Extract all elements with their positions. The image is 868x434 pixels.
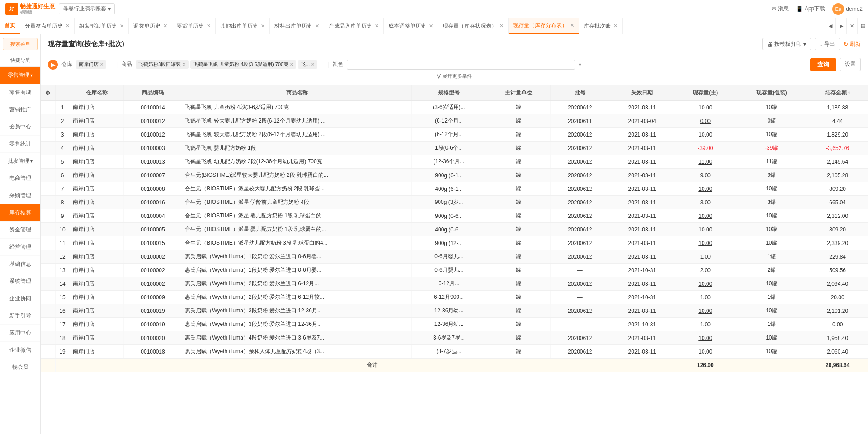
td-expiry: 2021-03-04 — [609, 114, 675, 128]
close-icon[interactable]: ✕ — [120, 23, 124, 29]
sidebar-item-ecom-mgmt[interactable]: 电商管理 — [0, 170, 40, 187]
td-name: 合生元(BIOSTIME)派星较大婴儿配方奶粉 2段 乳球蛋白的... — [182, 169, 412, 182]
tab-prev-arrow[interactable]: ◀ — [825, 18, 835, 34]
sidebar-item-wholesale-mgmt[interactable]: 批发管理 ▾ — [0, 153, 40, 170]
sidebar-item-newcomer-guide[interactable]: 新手引导 — [0, 307, 40, 325]
td-qty-pkg: 2罐 — [736, 264, 807, 277]
sidebar-item-business-mgmt[interactable]: 经营管理 — [0, 239, 40, 256]
logo-name: 畅捷通好生意 — [20, 3, 55, 10]
tab-next-arrow[interactable]: ▶ — [835, 18, 846, 34]
th-qty-pkg: 现存量(包装) — [736, 85, 807, 101]
sidebar-item-inventory-audit[interactable]: 库存核算 — [0, 204, 40, 222]
td-qty-pkg: 9罐 — [736, 169, 807, 182]
query-button[interactable]: 查询 — [810, 58, 836, 71]
td-unit: 罐 — [486, 345, 551, 359]
expand-more-conditions[interactable]: ⋁ 展开更多条件 — [48, 71, 861, 81]
search-menu-button[interactable]: 搜索菜单 — [3, 38, 38, 50]
tag-close-icon[interactable]: ✕ — [290, 62, 293, 67]
tab-menu-arrow[interactable]: ▤ — [857, 18, 868, 34]
tab-fenliangpandian[interactable]: 分量盘点单历史 ✕ — [20, 18, 75, 34]
filter-expand-button[interactable]: ▶ — [48, 60, 58, 70]
tab-home[interactable]: 首页 — [0, 18, 20, 34]
close-icon[interactable]: ✕ — [207, 23, 211, 29]
tab-zuzhangchaiqian[interactable]: 组装拆卸单历史 ✕ — [75, 18, 129, 34]
sidebar-item-marketing[interactable]: 营销推广 — [0, 101, 40, 118]
sidebar-item-enterprise-collab[interactable]: 企业协同 — [0, 290, 40, 307]
sidebar-item-member-center[interactable]: 会员中心 — [0, 118, 40, 136]
sidebar-item-purchase-mgmt[interactable]: 采购管理 — [0, 187, 40, 204]
td-qty-main[interactable]: -39.00 — [675, 142, 736, 155]
td-qty-pkg: 10罐 — [736, 345, 807, 359]
inventory-table-container: ⚙ 仓库名称 商品编码 商品名称 规格型号 主计量单位 批号 失效日期 现存量(… — [41, 85, 868, 434]
tag-close-icon[interactable]: ✕ — [100, 62, 104, 67]
color-filter-input[interactable] — [347, 60, 575, 70]
tab-xiancunliang-status[interactable]: 现存量（库存状况表） ✕ — [438, 18, 509, 34]
close-icon[interactable]: ✕ — [66, 23, 70, 29]
td-unit: 罐 — [486, 142, 551, 155]
chevron-right-icon: ▾ — [30, 159, 33, 164]
td-expiry: 2021-03-11 — [609, 196, 675, 209]
app-download-button[interactable]: 📱 App下载 — [796, 5, 825, 13]
tab-tiaobo[interactable]: 调拨单历史 ✕ — [129, 18, 172, 34]
sidebar-item-system-mgmt[interactable]: 系统管理 — [0, 273, 40, 290]
td-unit: 罐 — [486, 264, 551, 277]
sidebar-item-retail-shop[interactable]: 零售商城 — [0, 84, 40, 101]
tab-qitachuku[interactable]: 其他出库单历史 ✕ — [216, 18, 270, 34]
settings-button[interactable]: 设置 — [840, 58, 861, 71]
td-name: 惠氏启赋（Wyeth illuma）3段奶粉 爱尔兰进口 12-36月... — [182, 304, 412, 318]
td-code: 00100005 — [123, 223, 182, 236]
td-idx: 14 — [55, 277, 70, 291]
td-expiry: 2021-03-11 — [609, 128, 675, 142]
tag-close-icon[interactable]: ✕ — [311, 62, 315, 67]
warehouse-more-icon[interactable]: ... — [108, 61, 113, 68]
tab-chanchengpinruku[interactable]: 产成品入库单历史 ✕ — [324, 18, 384, 34]
tab-xiancunliang-dist[interactable]: 现存量（库存分布表） ✕ — [509, 18, 579, 34]
tab-close-arrow[interactable]: ✕ — [846, 18, 857, 34]
close-icon[interactable]: ✕ — [613, 23, 618, 29]
sidebar-item-app-center[interactable]: 应用中心 — [0, 325, 40, 342]
td-qty-main: 11.00 — [675, 155, 736, 169]
close-icon[interactable]: ✕ — [315, 23, 319, 29]
tab-yaohuo[interactable]: 要货单历史 ✕ — [172, 18, 216, 34]
goods-more-icon[interactable]: ... — [319, 61, 324, 68]
tab-kucunpicizh[interactable]: 库存批次账 ✕ — [579, 18, 623, 34]
td-name: 合生元（BIOSTIME）派星 学龄前儿童配方奶粉 4段 — [182, 196, 412, 209]
export-button[interactable]: ↓ 导出 — [815, 38, 840, 50]
td-name: 合生元（BIOSTIME）派星 婴儿配方奶粉 1段 乳球蛋白的... — [182, 209, 412, 223]
tag-close-icon[interactable]: ✕ — [182, 62, 186, 67]
close-icon[interactable]: ✕ — [261, 23, 265, 29]
refresh-button[interactable]: ↻ 刷新 — [844, 40, 861, 48]
sidebar-item-basic-info[interactable]: 基础信息 — [0, 256, 40, 273]
close-icon[interactable]: ✕ — [375, 23, 379, 29]
sidebar-item-retail-stats[interactable]: 零售统计 — [0, 136, 40, 153]
th-batch: 批号 — [551, 85, 609, 101]
table-row: 14 南岸门店 00100002 惠氏启赋（Wyeth illuma）2段奶粉 … — [41, 277, 868, 291]
close-icon[interactable]: ✕ — [500, 23, 504, 29]
td-setting — [41, 128, 55, 142]
td-idx: 11 — [55, 236, 70, 250]
td-name: 合生元（BIOSTIME）派星 婴儿配方奶粉 1段 乳球蛋白的... — [182, 223, 412, 236]
sidebar-item-retail-mgmt[interactable]: 零售管理 ▾ — [0, 67, 40, 84]
page-actions: 🖨 按模板打印 ▾ ↓ 导出 ↻ 刷新 — [762, 38, 861, 50]
warehouse-filter-label: 仓库 — [61, 61, 72, 68]
th-setting[interactable]: ⚙ — [41, 85, 55, 101]
close-icon[interactable]: ✕ — [163, 23, 167, 29]
td-setting — [41, 196, 55, 209]
account-dropdown[interactable]: 母婴行业演示账套 ▾ — [59, 3, 115, 14]
print-button[interactable]: 🖨 按模板打印 ▾ — [762, 38, 811, 50]
sidebar-item-enterprise-wechat[interactable]: 企业微信 — [0, 342, 40, 359]
quick-nav-button[interactable]: 快捷导航 — [0, 54, 40, 67]
tab-cailiaochuku[interactable]: 材料出库单历史 ✕ — [270, 18, 324, 34]
message-button[interactable]: ✉ 消息 — [772, 5, 789, 13]
close-icon[interactable]: ✕ — [570, 23, 574, 28]
sidebar-item-finance-mgmt[interactable]: 资金管理 — [0, 222, 40, 239]
tab-chenbengtiaozhendan[interactable]: 成本调整单历史 ✕ — [384, 18, 438, 34]
info-icon[interactable]: ℹ — [848, 90, 850, 95]
user-menu[interactable]: Ea demo2 — [832, 3, 863, 15]
th-qty-main: 现存量(主) — [675, 85, 736, 101]
td-name: 惠氏启赋（Wyeth illuma）2段奶粉 爱尔兰进口 6-12月... — [182, 277, 412, 291]
sidebar-item-changhui-member[interactable]: 畅会员 — [0, 359, 40, 376]
color-dropdown-arrow[interactable]: ▾ — [579, 61, 581, 68]
avatar: Ea — [832, 3, 844, 15]
close-icon[interactable]: ✕ — [429, 23, 433, 29]
